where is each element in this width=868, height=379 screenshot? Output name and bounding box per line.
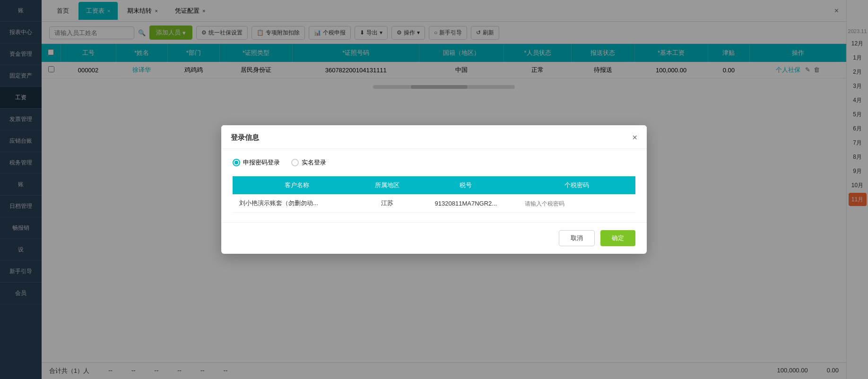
- inner-col-taxid: 税号: [413, 176, 518, 194]
- radio-group: 申报密码登录 实名登录: [233, 158, 635, 167]
- dialog-footer: 取消 确定: [221, 222, 647, 254]
- inner-col-name: 客户名称: [233, 176, 361, 194]
- inner-col-password: 个税密码: [518, 176, 635, 194]
- client-name: 刘小艳演示账套（勿删勿动...: [233, 194, 361, 213]
- dialog-close-btn[interactable]: ×: [632, 133, 637, 143]
- dialog-title: 登录信息: [231, 133, 259, 142]
- dialog-header: 登录信息 ×: [221, 125, 647, 149]
- inner-col-region: 所属地区: [361, 176, 413, 194]
- client-row: 刘小艳演示账套（勿删勿动... 江苏 91320811MA7NGR2...: [233, 194, 635, 213]
- dialog-body: 申报密码登录 实名登录 客户名称 所属地区 税号 个税密码: [221, 149, 647, 222]
- radio-realname-circle: [291, 159, 299, 166]
- radio-password-login[interactable]: 申报密码登录: [233, 158, 280, 167]
- tax-password-input[interactable]: [525, 200, 629, 207]
- client-region: 江苏: [361, 194, 413, 213]
- client-taxid: 91320811MA7NGR2...: [413, 194, 518, 213]
- radio-password-label: 申报密码登录: [243, 158, 280, 167]
- login-dialog: 登录信息 × 申报密码登录 实名登录 客户名称: [221, 125, 647, 254]
- radio-realname-login[interactable]: 实名登录: [291, 158, 326, 167]
- radio-password-circle: [233, 159, 240, 166]
- radio-realname-label: 实名登录: [302, 158, 326, 167]
- cancel-button[interactable]: 取消: [559, 230, 595, 246]
- confirm-button[interactable]: 确定: [600, 230, 635, 246]
- client-table: 客户名称 所属地区 税号 个税密码 刘小艳演示账套（勿删勿动... 江苏 913…: [233, 176, 635, 213]
- modal-overlay: 登录信息 × 申报密码登录 实名登录 客户名称: [0, 0, 868, 379]
- client-password-cell: [518, 194, 635, 213]
